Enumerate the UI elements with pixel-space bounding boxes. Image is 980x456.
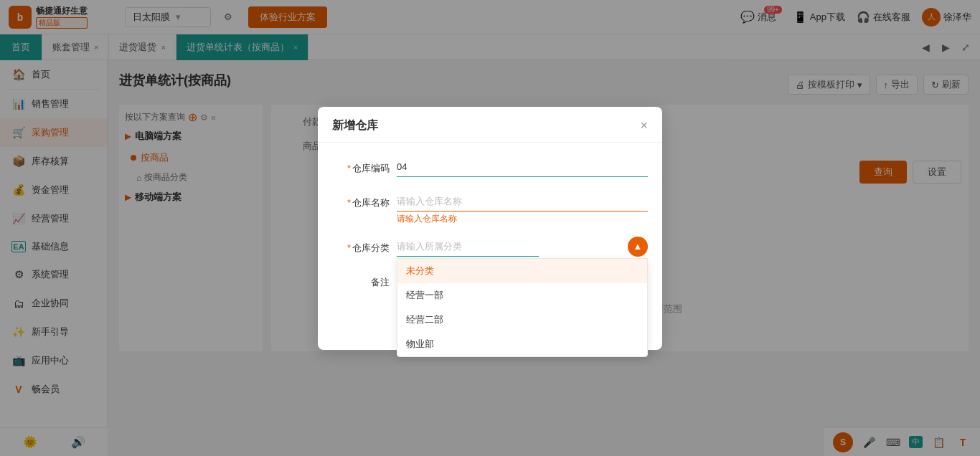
- warehouse-name-row: *仓库名称 请输入仓库名称: [332, 191, 648, 225]
- modal-title: 新增仓库: [332, 118, 378, 133]
- warehouse-code-row: *仓库编码: [332, 157, 648, 180]
- note-label: 备注: [332, 271, 390, 294]
- warehouse-code-label: *仓库编码: [332, 157, 390, 180]
- warehouse-name-error: 请输入仓库名称: [397, 213, 648, 225]
- modal-header: 新增仓库 ×: [318, 107, 662, 143]
- warehouse-name-label: *仓库名称: [332, 191, 390, 214]
- dropdown-item-2[interactable]: 经营二部: [397, 308, 647, 332]
- dropdown-item-1[interactable]: 经营一部: [397, 283, 647, 308]
- add-warehouse-modal: 新增仓库 × *仓库编码 *仓库名称 请输入仓库名称: [318, 107, 662, 350]
- warehouse-code-field: [397, 157, 648, 177]
- warehouse-classify-field: ▲ 未分类 经营一部 经营二部 物业部: [397, 237, 648, 257]
- classify-dropdown-list: 未分类 经营一部 经营二部 物业部: [397, 258, 648, 357]
- modal-overlay: 新增仓库 × *仓库编码 *仓库名称 请输入仓库名称: [0, 0, 980, 456]
- warehouse-name-field: 请输入仓库名称: [397, 191, 648, 225]
- modal-body: *仓库编码 *仓库名称 请输入仓库名称 *仓库分类: [318, 143, 662, 294]
- warehouse-classify-input[interactable]: [397, 237, 539, 257]
- classify-dropdown-toggle[interactable]: ▲: [628, 237, 648, 257]
- warehouse-name-input[interactable]: [397, 191, 648, 212]
- warehouse-classify-label: *仓库分类: [332, 237, 390, 260]
- warehouse-code-input[interactable]: [397, 157, 648, 177]
- dropdown-item-3[interactable]: 物业部: [397, 332, 647, 356]
- dropdown-item-0[interactable]: 未分类: [397, 259, 647, 283]
- modal-close-button[interactable]: ×: [640, 118, 648, 133]
- warehouse-classify-row: *仓库分类 ▲ 未分类 经营一部 经营二部 物业部: [332, 237, 648, 260]
